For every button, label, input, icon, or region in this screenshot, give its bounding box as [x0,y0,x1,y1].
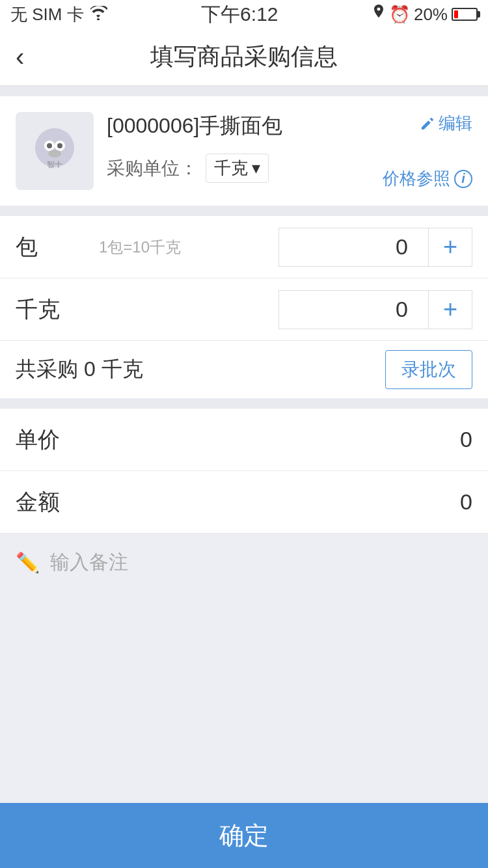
alarm-icon: ⏰ [389,5,410,25]
price-ref-label: 价格参照 [383,167,450,190]
unit-price-label: 单价 [16,425,60,455]
status-bar: 无 SIM 卡 下午6:12 ⏰ 20% [0,0,488,29]
amount-value: 0 [460,489,472,515]
bao-label: 包 [16,232,94,262]
price-ref-button[interactable]: 价格参照 i [383,167,472,190]
notes-section[interactable]: ✏️ 输入备注 [0,534,488,591]
edit-button[interactable]: 编辑 [420,112,472,135]
kg-input[interactable] [278,290,428,329]
bao-input-group: + [278,228,472,267]
battery-icon [452,8,478,21]
bao-input[interactable] [278,228,428,267]
unit-dropdown[interactable]: 千克 ▾ [206,154,269,183]
confirm-label: 确定 [219,819,269,852]
svg-point-0 [97,18,100,20]
product-thumbnail: 智十 [16,112,94,190]
product-name: [0000006]手撕面包 [107,112,472,141]
record-batch-button[interactable]: 录批次 [385,350,472,389]
wifi-icon [89,5,107,25]
kg-label: 千克 [16,295,94,325]
status-right: ⏰ 20% [372,5,478,25]
mid-divider [0,206,488,216]
nav-bar: ‹ 填写商品采购信息 [0,29,488,86]
notes-placeholder: 输入备注 [50,549,128,576]
info-icon: i [454,170,472,188]
bao-sublabel: 1包=10千克 [99,237,181,258]
unit-value: 千克 [214,157,248,180]
summary-divider [0,398,488,409]
carrier-text: 无 SIM 卡 [10,3,84,26]
kg-input-group: + [278,290,472,329]
pencil-icon: ✏️ [16,551,40,574]
input-section: 包 1包=10千克 + 千克 + [0,216,488,341]
unit-label: 采购单位： [107,156,198,181]
location-icon [372,5,385,25]
edit-label: 编辑 [439,112,472,135]
svg-point-4 [47,143,52,148]
kg-plus-button[interactable]: + [428,290,472,329]
page-title: 填写商品采购信息 [150,41,338,73]
dropdown-arrow-icon: ▾ [252,158,260,178]
status-time: 下午6:12 [201,1,278,28]
product-card: 智十 [0000006]手撕面包 采购单位： 千克 ▾ 编辑 价格参照 i [0,96,488,206]
status-left: 无 SIM 卡 [10,3,107,26]
product-thumb-owl-icon: 智十 [32,125,77,178]
confirm-button[interactable]: 确定 [0,803,488,868]
bao-plus-button[interactable]: + [428,228,472,267]
back-button[interactable]: ‹ [16,42,24,72]
svg-point-5 [57,143,62,148]
summary-text: 共采购 0 千克 [16,355,143,384]
svg-point-6 [48,150,61,157]
summary-row: 共采购 0 千克 录批次 [0,341,488,398]
unit-price-row: 单价 0 [0,409,488,471]
unit-price-value: 0 [460,427,472,452]
bao-row: 包 1包=10千克 + [0,216,488,278]
amount-label: 金额 [16,487,60,517]
amount-row: 金额 0 [0,471,488,534]
svg-text:智十: 智十 [47,160,62,169]
price-info-section: 单价 0 金额 0 [0,409,488,534]
battery-percent: 20% [414,5,448,25]
top-divider [0,86,488,96]
kg-row: 千克 + [0,278,488,341]
empty-space [0,591,488,813]
